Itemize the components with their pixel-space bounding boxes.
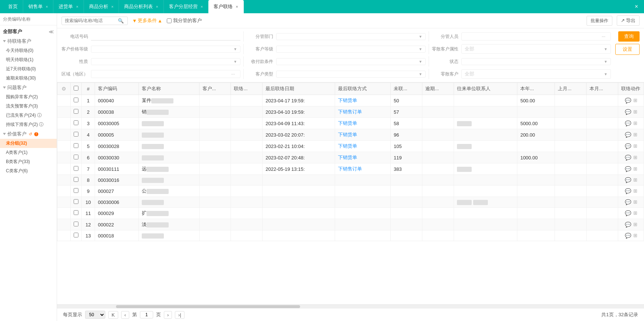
- settings-gear-icon[interactable]: ⚙: [61, 86, 66, 92]
- col-header-last-month[interactable]: 上月...: [555, 83, 587, 95]
- sidebar-item-today[interactable]: 今天待联络(0): [0, 46, 57, 55]
- sidebar-item-tomorrow[interactable]: 明天待联络(1): [0, 55, 57, 64]
- last-method-link[interactable]: 下销货单: [338, 120, 357, 126]
- my-customers-checkbox[interactable]: 我分管的客户: [167, 17, 202, 24]
- region-ellipsis[interactable]: ···: [229, 71, 237, 77]
- sidebar-item-churned[interactable]: 已流失客户(24) ⓘ: [0, 111, 57, 120]
- last-method-link[interactable]: 下销售订单: [338, 166, 362, 172]
- row-checkbox[interactable]: [74, 98, 78, 102]
- chat-icon[interactable]: 💬: [625, 132, 631, 138]
- last-method-link[interactable]: 下销货单: [338, 98, 357, 103]
- chat-icon[interactable]: 💬: [625, 155, 631, 160]
- nav-tab-purchase[interactable]: 进货单 ×: [53, 0, 84, 13]
- grid-icon[interactable]: ⊞: [633, 132, 637, 138]
- sidebar-item-unclassified[interactable]: 未分组(32): [0, 139, 57, 148]
- scrollbar-thumb[interactable]: [116, 305, 300, 308]
- row-checkbox[interactable]: [74, 199, 78, 204]
- sidebar-item-abnormal[interactable]: 囤购异常客户(2): [0, 92, 57, 102]
- row-checkbox[interactable]: [74, 109, 78, 114]
- row-checkbox[interactable]: [74, 233, 78, 237]
- chat-icon[interactable]: 💬: [625, 98, 631, 103]
- nav-tab-product-list[interactable]: 商品分析列表 ×: [119, 0, 163, 13]
- collapse-icon[interactable]: ≪: [49, 29, 54, 35]
- last-page-btn[interactable]: ›|: [175, 311, 184, 319]
- sidebar-item-week[interactable]: 近7天待联络(0): [0, 64, 57, 74]
- customer-type-select[interactable]: ▼: [276, 71, 426, 78]
- row-checkbox[interactable]: [74, 166, 78, 171]
- grid-icon[interactable]: ⊞: [633, 143, 637, 149]
- chat-icon[interactable]: 💬: [625, 222, 631, 227]
- sidebar-item-overdue[interactable]: 逾期未联络(30): [0, 74, 57, 83]
- grid-icon[interactable]: ⊞: [633, 233, 637, 239]
- close-product-list-tab[interactable]: ×: [156, 4, 158, 9]
- col-header-unlink-days[interactable]: 未联...: [391, 83, 422, 95]
- manager-ellipsis[interactable]: ···: [599, 34, 608, 39]
- grid-icon[interactable]: ⊞: [633, 222, 637, 227]
- customer-level-select[interactable]: ▼: [276, 46, 426, 53]
- price-level-select[interactable]: ▼: [91, 46, 240, 53]
- region-select[interactable]: ···: [91, 70, 240, 78]
- col-header-last-date[interactable]: 最后联络日期: [263, 83, 335, 95]
- sidebar-item-declining[interactable]: 持续下滑客户(2) ⓘ: [0, 120, 57, 129]
- close-customer-contact-tab[interactable]: ×: [236, 4, 238, 9]
- group-problem-customers[interactable]: 问题客户: [0, 83, 57, 92]
- manager-select[interactable]: ···: [461, 32, 611, 40]
- last-method-link[interactable]: 下销货单: [338, 143, 357, 149]
- sidebar-item-class-a[interactable]: A类客户(1): [0, 148, 57, 157]
- last-method-link[interactable]: 下销售订单: [338, 109, 362, 114]
- scatter-attr-select[interactable]: 全部 ▼: [461, 44, 611, 54]
- chat-icon[interactable]: 💬: [625, 233, 631, 239]
- nav-tab-sales[interactable]: 销售单 ×: [23, 0, 53, 13]
- chat-icon[interactable]: 💬: [625, 177, 631, 183]
- close-purchase-tab[interactable]: ×: [76, 4, 78, 9]
- status-select[interactable]: ▼: [461, 58, 611, 65]
- row-checkbox[interactable]: [74, 132, 78, 137]
- chat-icon[interactable]: 💬: [625, 199, 631, 205]
- group-pending-contact[interactable]: 待联络客户: [0, 36, 57, 46]
- chat-icon[interactable]: 💬: [625, 166, 631, 172]
- grid-icon[interactable]: ⊞: [633, 120, 637, 126]
- sidebar-item-churn-warning[interactable]: 流失预警客户(3): [0, 102, 57, 111]
- grid-icon[interactable]: ⊞: [633, 199, 637, 205]
- phone-input[interactable]: [91, 33, 240, 40]
- col-header-checkbox[interactable]: [71, 83, 82, 95]
- col-header-this-year[interactable]: 本年...: [517, 83, 555, 95]
- col-header-last-method[interactable]: 最后联络方式: [335, 83, 390, 95]
- refresh-icon[interactable]: ↺: [29, 132, 32, 137]
- first-page-btn[interactable]: K: [108, 311, 118, 319]
- row-checkbox[interactable]: [74, 188, 78, 193]
- filter-search-input[interactable]: [65, 18, 116, 23]
- payment-select[interactable]: ▼: [276, 58, 426, 65]
- export-btn[interactable]: ↗ 导出: [617, 15, 640, 26]
- grid-icon[interactable]: ⊞: [633, 98, 637, 103]
- row-checkbox[interactable]: [74, 120, 78, 125]
- col-header-partner[interactable]: 往来单位联系人: [454, 83, 517, 95]
- col-header-code[interactable]: 客户编码: [95, 83, 139, 95]
- col-header-name[interactable]: 客户名称: [139, 83, 199, 95]
- row-checkbox[interactable]: [74, 143, 78, 148]
- more-conditions-btn[interactable]: ▼ 更多条件 ▲: [132, 17, 162, 24]
- col-header-overdue[interactable]: 逾期...: [422, 83, 454, 95]
- sidebar-search-input[interactable]: [3, 17, 57, 22]
- col-header-this-month[interactable]: 本月...: [587, 83, 618, 95]
- group-value-customers[interactable]: 价值客户 ↺ !: [0, 129, 57, 139]
- nav-tab-customer-segment[interactable]: 客户分层经营 ×: [164, 0, 208, 13]
- last-method-link[interactable]: 下销货单: [338, 155, 357, 160]
- next-page-btn[interactable]: ›: [164, 311, 172, 319]
- close-sales-tab[interactable]: ×: [46, 4, 48, 9]
- col-header-customer-type[interactable]: 客户...: [199, 83, 231, 95]
- chat-icon[interactable]: 💬: [625, 210, 631, 216]
- nature-select[interactable]: ▼: [91, 58, 240, 65]
- nav-tab-customer-contact[interactable]: 客户联络 ×: [208, 0, 243, 13]
- close-customer-segment-tab[interactable]: ×: [201, 4, 203, 9]
- nav-tab-product-analysis[interactable]: 商品分析 ×: [84, 0, 119, 13]
- chat-icon[interactable]: 💬: [625, 143, 631, 149]
- horizontal-scrollbar[interactable]: [57, 304, 644, 308]
- all-customers-header[interactable]: 全部客户 ≪: [0, 25, 57, 36]
- col-header-settings[interactable]: ⚙: [57, 83, 71, 95]
- query-btn[interactable]: 查询: [618, 31, 640, 42]
- grid-icon[interactable]: ⊞: [633, 166, 637, 172]
- sidebar-item-class-b[interactable]: B类客户(33): [0, 157, 57, 166]
- window-close-button[interactable]: ×: [632, 3, 641, 10]
- page-size-select[interactable]: 50 20 100: [85, 311, 105, 319]
